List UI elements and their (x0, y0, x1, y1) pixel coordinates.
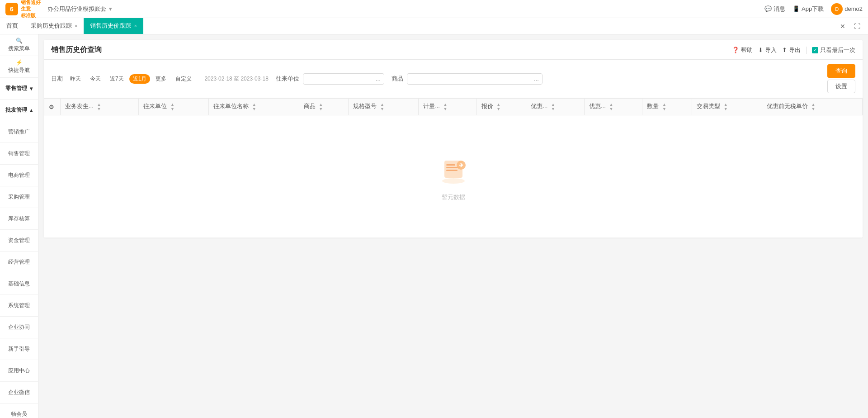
date-range-text: 2023-02-18 至 2023-03-18 (204, 75, 268, 83)
page-title-row: 销售历史价查询 ❓ 帮助 ⬇ 导入 ⬆ 导出 (51, 45, 855, 59)
goods-dots: ... (534, 76, 539, 82)
tab-bar: 首页 采购历史价跟踪 × 销售历史价跟踪 × ✕ ⛶ (0, 18, 868, 34)
sidebar-item-newbie[interactable]: 新手引导 (0, 338, 38, 360)
sidebar-item-app-center[interactable]: 应用中心 (0, 360, 38, 382)
app-title: 办公用品行业模拟账套 (47, 5, 106, 13)
date-label: 日期 (51, 75, 63, 83)
sort-trade-type: ▲▼ (724, 102, 728, 111)
top-bar: 6 销售通好生意 标准版 办公用品行业模拟账套 ▾ 💬 消息 📱 App下载 D… (0, 0, 868, 18)
app-download-btn[interactable]: 📱 App下载 (793, 5, 824, 13)
date-pill-7days[interactable]: 近7天 (106, 74, 127, 84)
import-btn[interactable]: ⬇ 导入 (758, 46, 777, 54)
page-wrapper: 销售历史价查询 ❓ 帮助 ⬇ 导入 ⬆ 导出 (44, 40, 863, 238)
sidebar-item-basic-info[interactable]: 基础信息 (0, 273, 38, 295)
goods-input-wrap: ... (407, 73, 542, 85)
sidebar-item-ecommerce[interactable]: 电商管理 (0, 165, 38, 186)
th-counterpart-code[interactable]: 往来单位 ▲▼ (139, 99, 209, 115)
th-unit[interactable]: 计量... ▲▼ (419, 99, 477, 115)
table-header-row: ⚙ 业务发生... ▲▼ 往来单位 ▲▼ 往来单位名称 (44, 99, 863, 115)
logo-text: 销售通好生意 标准版 (21, 0, 44, 19)
dropdown-arrow-icon[interactable]: ▾ (109, 5, 112, 12)
settings-icon: ⚙ (49, 104, 54, 110)
th-counterpart-name[interactable]: 往来单位名称 ▲▼ (209, 99, 299, 115)
th-pretax-price[interactable]: 优惠前无税单价 ▲▼ (762, 99, 862, 115)
date-pill-1month[interactable]: 近1月 (129, 74, 151, 84)
settings-button[interactable]: 设置 (827, 80, 855, 93)
date-pill-custom[interactable]: 自定义 (172, 74, 195, 84)
svg-point-0 (442, 178, 465, 184)
help-btn[interactable]: ❓ 帮助 (732, 46, 753, 54)
sidebar-item-system[interactable]: 系统管理 (0, 295, 38, 317)
th-quantity[interactable]: 数量 ▲▼ (642, 99, 692, 115)
th-discount1[interactable]: 优惠... ▲▼ (526, 99, 585, 115)
svg-rect-2 (446, 164, 455, 166)
sidebar-item-membership[interactable]: 畅会员 (0, 404, 38, 418)
goods-label: 商品 (392, 75, 403, 83)
sidebar-item-sales-mgmt[interactable]: 销售管理 (0, 143, 38, 165)
date-pill-today[interactable]: 今天 (86, 74, 104, 84)
logo-icon: 6 (5, 3, 18, 15)
wholesale-expand-icon: ▴ (30, 107, 33, 114)
sort-spec: ▲▼ (380, 102, 384, 111)
th-spec[interactable]: 规格型号 ▲▼ (349, 99, 419, 115)
tab-purchase-history[interactable]: 采购历史价跟踪 × (24, 18, 84, 34)
search-menu-icon: 🔍 (16, 38, 23, 44)
th-discount2[interactable]: 优惠... ▲▼ (584, 99, 642, 115)
page-header-actions: ❓ 帮助 ⬇ 导入 ⬆ 导出 ✓ (732, 46, 855, 54)
th-biz-date[interactable]: 业务发生... ▲▼ (61, 99, 139, 115)
sidebar-item-wholesale-mgmt[interactable]: 批发管理 ▴ (0, 100, 38, 121)
th-settings[interactable]: ⚙ (44, 99, 61, 115)
sidebar-item-wechat[interactable]: 企业微信 (0, 382, 38, 404)
th-price[interactable]: 报价 ▲▼ (476, 99, 526, 115)
quick-nav-icon: ⚡ (16, 59, 23, 66)
counterpart-input[interactable] (303, 73, 384, 85)
sidebar-item-quick-nav[interactable]: ⚡ 快捷导航 (0, 56, 38, 78)
sidebar-item-enterprise[interactable]: 企业协同 (0, 317, 38, 338)
query-button[interactable]: 查询 (827, 64, 855, 78)
tab-expand-btn[interactable]: ⛶ (852, 21, 863, 32)
content-area: 销售历史价查询 ❓ 帮助 ⬇ 导入 ⬆ 导出 (38, 34, 868, 418)
th-goods[interactable]: 商品 ▲▼ (299, 99, 349, 115)
page-title: 销售历史价查询 (51, 45, 102, 55)
sidebar-item-purchase-mgmt[interactable]: 采购管理 (0, 186, 38, 208)
sidebar-item-retail-mgmt[interactable]: 零售管理 ▾ (0, 78, 38, 100)
sort-counterpart-name: ▲▼ (252, 102, 256, 111)
sort-quantity: ▲▼ (662, 102, 666, 111)
tab-sales-history[interactable]: 销售历史价跟踪 × (84, 18, 143, 34)
message-btn[interactable]: 💬 消息 (764, 5, 785, 13)
date-range-group: 2023-02-18 至 2023-03-18 (203, 75, 268, 83)
tab-close-sales[interactable]: × (134, 23, 137, 28)
sidebar-item-inventory[interactable]: 库存核算 (0, 208, 38, 230)
sidebar-item-search-menu[interactable]: 🔍 搜索菜单 (0, 34, 38, 56)
top-bar-actions: 💬 消息 📱 App下载 D demo2 (764, 3, 863, 15)
tab-home[interactable]: 首页 (0, 18, 24, 34)
counterpart-filter-group: 往来单位 ... (276, 73, 384, 85)
checkbox-icon: ✓ (812, 47, 818, 53)
table-header: ⚙ 业务发生... ▲▼ 往来单位 ▲▼ 往来单位名称 (44, 99, 863, 115)
filter-bar: 日期 昨天 今天 近7天 近1月 更多 自定义 2023-02-18 至 202… (44, 60, 863, 98)
data-table: ⚙ 业务发生... ▲▼ 往来单位 ▲▼ 往来单位名称 (44, 98, 863, 115)
date-pill-more[interactable]: 更多 (152, 74, 170, 84)
sidebar-item-operations[interactable]: 经营管理 (0, 252, 38, 273)
app-title-area: 办公用品行业模拟账套 ▾ (47, 5, 761, 13)
sidebar-item-finance[interactable]: 资金管理 (0, 230, 38, 252)
only-last-checkbox[interactable]: ✓ 只看最后一次 (812, 46, 855, 54)
tab-bar-actions: ✕ ⛶ (832, 18, 868, 34)
sort-unit: ▲▼ (443, 102, 448, 111)
th-trade-type[interactable]: 交易类型 ▲▼ (692, 99, 762, 115)
export-btn[interactable]: ⬆ 导出 (782, 46, 801, 54)
tab-close-purchase[interactable]: × (75, 23, 77, 28)
sort-biz-date: ▲▼ (97, 102, 101, 111)
sort-discount1: ▲▼ (551, 102, 555, 111)
tab-close-btn[interactable]: ✕ (837, 21, 848, 32)
sidebar-item-marketing[interactable]: 营销推广 (0, 121, 38, 143)
goods-input[interactable] (407, 73, 542, 85)
main-layout: 🔍 搜索菜单 ⚡ 快捷导航 零售管理 ▾ 批发管理 ▴ 营销推广 销售管理 电商… (0, 34, 868, 418)
empty-text: 暂元数据 (442, 193, 465, 201)
date-pill-yesterday[interactable]: 昨天 (66, 74, 85, 84)
date-pills: 昨天 今天 近7天 近1月 更多 自定义 (66, 74, 195, 84)
user-avatar-area[interactable]: D demo2 (831, 3, 863, 15)
counterpart-dots: ... (376, 76, 381, 82)
table-container: ⚙ 业务发生... ▲▼ 往来单位 ▲▼ 往来单位名称 (44, 98, 863, 238)
sort-price: ▲▼ (496, 102, 500, 111)
